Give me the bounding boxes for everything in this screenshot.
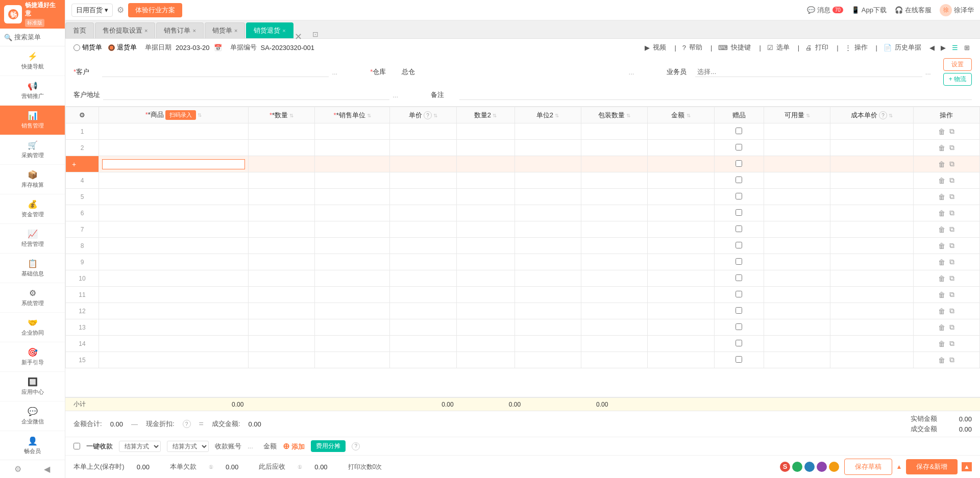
- gift-cell[interactable]: [714, 123, 764, 140]
- goods-cell[interactable]: [99, 238, 249, 254]
- qty-cell[interactable]: [249, 156, 315, 172]
- gift-cell[interactable]: [714, 303, 764, 319]
- cost-info-icon[interactable]: ?: [879, 111, 887, 119]
- goods-cell[interactable]: [99, 189, 249, 205]
- copy-row-button[interactable]: ⧉: [948, 240, 955, 251]
- tab-sales-return[interactable]: 销货退货 ×: [246, 22, 293, 38]
- delete-row-button[interactable]: 🗑: [937, 127, 946, 137]
- sidebar-item-basic[interactable]: 📋 基础信息: [0, 254, 65, 283]
- sidebar-item-wechat[interactable]: 💬 企业微信: [0, 401, 65, 431]
- gift-cell[interactable]: [714, 254, 764, 270]
- pkgqty-cell[interactable]: [581, 156, 648, 172]
- action-shortcuts[interactable]: ⌨ 快捷键: [716, 43, 755, 52]
- delete-row-button[interactable]: 🗑: [937, 241, 946, 251]
- delete-row-button[interactable]: 🗑: [937, 257, 946, 267]
- logistics-button[interactable]: + 物流: [943, 73, 972, 86]
- delete-row-button[interactable]: 🗑: [937, 208, 946, 218]
- calendar-icon[interactable]: 📅: [214, 44, 222, 52]
- action-help[interactable]: ? 帮助: [680, 43, 706, 52]
- messages-item[interactable]: 💬 消息 70: [807, 6, 843, 15]
- copy-row-button[interactable]: ⧉: [948, 224, 955, 235]
- sidebar-item-shortcuts[interactable]: ⚡ 快捷导航: [0, 46, 65, 76]
- goods-cell[interactable]: [99, 352, 249, 368]
- industry-select[interactable]: 日用百货 ▾: [71, 4, 113, 17]
- sidebar-item-system[interactable]: ⚙ 系统管理: [0, 283, 65, 313]
- th-settings[interactable]: ⚙: [66, 107, 99, 123]
- sidebar-item-sales[interactable]: 📊 销售管理: [0, 106, 65, 135]
- gift-checkbox[interactable]: [736, 258, 742, 265]
- sidebar-item-finance[interactable]: 💰 资金管理: [0, 194, 65, 224]
- barcode-scan-button[interactable]: 扫码录入: [165, 110, 196, 120]
- radio-sale-input[interactable]: [74, 44, 80, 51]
- goods-cell[interactable]: [99, 205, 249, 221]
- delete-row-button[interactable]: 🗑: [937, 322, 946, 333]
- save-new-button[interactable]: 保存&新增: [906, 459, 958, 474]
- goods-cell[interactable]: [99, 254, 249, 270]
- copy-row-button[interactable]: ⧉: [948, 289, 955, 300]
- tab-sales-delivery-close[interactable]: ×: [234, 28, 237, 34]
- gift-checkbox[interactable]: [736, 128, 742, 134]
- tab-sales-order-close[interactable]: ×: [192, 28, 195, 34]
- delete-row-button[interactable]: 🗑: [937, 159, 946, 169]
- gift-checkbox[interactable]: [736, 340, 742, 346]
- gift-cell[interactable]: [714, 221, 764, 238]
- sidebar-item-operations[interactable]: 📈 经营管理: [0, 224, 65, 254]
- goods-cell[interactable]: [99, 287, 249, 303]
- copy-row-button[interactable]: ⧉: [948, 159, 955, 169]
- fees-split-button[interactable]: 费用分摊: [311, 440, 346, 452]
- goods-cell[interactable]: [99, 336, 249, 352]
- add-payment-button[interactable]: ⊕ 添加: [283, 441, 305, 451]
- gift-cell[interactable]: [714, 238, 764, 254]
- maximize-button[interactable]: ⊡: [310, 30, 321, 38]
- app-download-item[interactable]: 📱 App下载: [851, 6, 887, 15]
- sort-avail-icon[interactable]: ⇅: [806, 113, 810, 118]
- delete-row-button[interactable]: 🗑: [937, 273, 946, 284]
- address-input[interactable]: [103, 90, 389, 100]
- delete-row-button[interactable]: 🗑: [937, 290, 946, 300]
- gift-cell[interactable]: [714, 352, 764, 368]
- qty2-cell[interactable]: [456, 156, 514, 172]
- gift-checkbox[interactable]: [736, 323, 742, 330]
- copy-row-button[interactable]: ⧉: [948, 306, 955, 316]
- copy-row-button[interactable]: ⧉: [948, 191, 955, 202]
- salesperson-input[interactable]: [695, 67, 922, 77]
- copy-row-button[interactable]: ⧉: [948, 257, 955, 267]
- copy-row-button[interactable]: ⧉: [948, 322, 955, 333]
- note-input[interactable]: [459, 90, 972, 100]
- gift-cell[interactable]: [714, 140, 764, 156]
- delete-row-button[interactable]: 🗑: [937, 143, 946, 153]
- copy-row-button[interactable]: ⧉: [948, 126, 955, 137]
- nav-next[interactable]: ▶: [939, 44, 948, 52]
- radio-sale[interactable]: 销货单: [74, 43, 102, 52]
- gift-cell[interactable]: [714, 319, 764, 336]
- sidebar-item-member[interactable]: 👤 畅会员: [0, 431, 65, 460]
- warehouse-dots[interactable]: ...: [629, 68, 634, 76]
- gift-checkbox[interactable]: [736, 144, 742, 150]
- copy-row-button[interactable]: ⧉: [948, 273, 955, 284]
- customer-dots[interactable]: ...: [332, 68, 337, 76]
- delete-row-button[interactable]: 🗑: [937, 192, 946, 202]
- fees-help-icon[interactable]: ?: [352, 442, 360, 450]
- chevron-up-save-icon[interactable]: ▲: [962, 462, 972, 471]
- action-ops[interactable]: ⋮ 操作: [843, 43, 872, 52]
- gift-cell[interactable]: [714, 156, 764, 172]
- goods-cell[interactable]: [99, 319, 249, 336]
- sort-qty-icon[interactable]: ⇅: [289, 113, 293, 118]
- delete-row-button[interactable]: 🗑: [937, 355, 946, 365]
- goods-input[interactable]: [102, 159, 245, 169]
- goods-cell[interactable]: [99, 156, 249, 172]
- copy-row-button[interactable]: ⧉: [948, 355, 955, 365]
- delete-row-button[interactable]: 🗑: [937, 306, 946, 316]
- view-grid[interactable]: ⊞: [962, 44, 972, 52]
- goods-cell[interactable]: [99, 172, 249, 189]
- gift-checkbox[interactable]: [736, 193, 742, 199]
- settings-bottom-button[interactable]: ⚙: [4, 464, 32, 474]
- gift-checkbox[interactable]: [736, 356, 742, 363]
- gift-checkbox[interactable]: [736, 242, 742, 248]
- price-cell[interactable]: [390, 156, 456, 172]
- delete-row-button[interactable]: 🗑: [937, 339, 946, 349]
- sort-amount-icon[interactable]: ⇅: [687, 113, 691, 118]
- goods-cell[interactable]: [99, 221, 249, 238]
- goods-cell[interactable]: [99, 140, 249, 156]
- radio-return[interactable]: 退货单: [108, 43, 137, 52]
